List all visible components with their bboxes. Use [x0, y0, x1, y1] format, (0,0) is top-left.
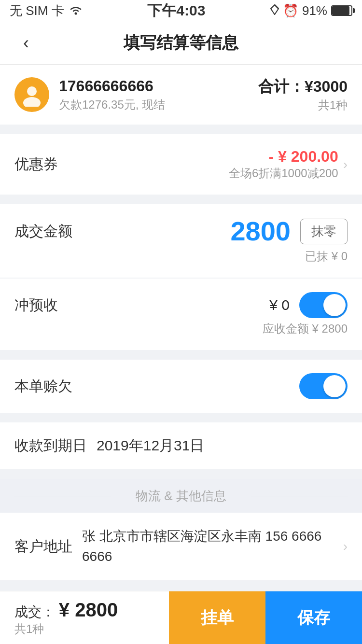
- customer-left: 17666666666 欠款1276.35元, 现结: [14, 77, 165, 112]
- coupon-label: 优惠券: [14, 154, 58, 174]
- svg-point-0: [74, 12, 77, 14]
- prepay-toggle[interactable]: [299, 292, 348, 318]
- receivable-text: 应收金额 ¥ 2800: [14, 321, 348, 336]
- status-right: ⏰ 91%: [270, 3, 352, 18]
- duedate-row: 收款到期日 2019年12月31日: [14, 436, 348, 456]
- address-section[interactable]: 客户地址 张 北京市市辖区海淀区永丰南 156 6666 6666 ›: [0, 513, 362, 580]
- transaction-label: 成交金额: [14, 222, 72, 241]
- divider-3: [0, 351, 362, 360]
- prepay-amount: ¥ 0: [269, 297, 290, 313]
- avatar: [14, 77, 49, 112]
- divider-1: [0, 126, 362, 134]
- debt-toggle[interactable]: [299, 373, 348, 399]
- debt-toggle-knob: [323, 375, 346, 397]
- avatar-icon: [20, 83, 44, 107]
- customer-total: 合计：¥3000 共1种: [258, 76, 348, 113]
- customer-phone: 17666666666: [59, 77, 165, 95]
- location-icon: [270, 3, 279, 18]
- bottom-bar: 成交： ¥ 2800 共1种 挂单 保存: [0, 591, 362, 644]
- transaction-amount: 2800: [230, 218, 291, 245]
- bottom-total-label: 成交：: [14, 604, 55, 619]
- bottom-total-amount: ¥ 2800: [59, 599, 118, 620]
- transaction-section: 成交金额 2800 抹零 已抹 ¥ 0: [0, 204, 362, 278]
- prepay-right: ¥ 0: [269, 292, 348, 318]
- status-time: 下午4:03: [147, 1, 205, 21]
- carrier-label: 无 SIM 卡: [10, 2, 64, 19]
- battery-icon: [331, 5, 352, 16]
- customer-section: 17666666666 欠款1276.35元, 现结 合计：¥3000 共1种: [0, 65, 362, 125]
- logistics-label: 物流 & 其他信息: [136, 488, 226, 504]
- page-title: 填写结算等信息: [124, 32, 238, 54]
- status-left: 无 SIM 卡: [10, 2, 83, 19]
- address-label: 客户地址: [14, 537, 72, 557]
- pending-button[interactable]: 挂单: [169, 591, 265, 644]
- duedate-section: 收款到期日 2019年12月31日: [0, 422, 362, 469]
- round-zero-button[interactable]: 抹零: [300, 219, 348, 244]
- coupon-section[interactable]: 优惠券 - ¥ 200.00 全场6折满1000减200 ›: [0, 134, 362, 195]
- divider-5: [0, 470, 362, 479]
- coupon-discount: - ¥ 200.00: [229, 148, 338, 166]
- coupon-description: 全场6折满1000减200: [229, 166, 338, 181]
- debt-section: 本单赊欠: [0, 360, 362, 413]
- battery-label: 91%: [302, 3, 327, 18]
- svg-point-2: [23, 97, 41, 107]
- address-value: 张 北京市市辖区海淀区永丰南 156 6666 6666: [82, 526, 343, 567]
- total-count: 共1种: [258, 98, 348, 113]
- total-amount: 合计：¥3000: [258, 76, 348, 98]
- chevron-right-icon: ›: [343, 157, 348, 172]
- prepay-section: 冲预收 ¥ 0 应收金额 ¥ 2800: [0, 279, 362, 350]
- coupon-right: - ¥ 200.00 全场6折满1000减200 ›: [229, 148, 348, 181]
- status-bar: 无 SIM 卡 下午4:03 ⏰ 91%: [0, 0, 362, 21]
- logistics-line-left: [14, 496, 111, 496]
- back-button[interactable]: ‹: [12, 28, 41, 57]
- transaction-right: 2800 抹零: [230, 218, 348, 245]
- duedate-label: 收款到期日: [14, 436, 87, 456]
- debt-label: 本单赊欠: [14, 377, 72, 396]
- duedate-value: 2019年12月31日: [97, 436, 204, 456]
- deducted-text: 已抹 ¥ 0: [14, 249, 348, 264]
- save-button[interactable]: 保存: [265, 591, 362, 644]
- wifi-icon: [69, 3, 83, 18]
- alarm-icon: ⏰: [283, 3, 298, 18]
- toggle-knob: [323, 294, 346, 316]
- bottom-summary: 成交： ¥ 2800 共1种: [0, 599, 169, 637]
- prepay-row: 冲预收 ¥ 0: [14, 292, 348, 318]
- transaction-row: 成交金额 2800 抹零: [14, 218, 348, 245]
- divider-4: [0, 414, 362, 422]
- nav-bar: ‹ 填写结算等信息: [0, 21, 362, 65]
- divider-2: [0, 196, 362, 204]
- prepay-label: 冲预收: [14, 295, 58, 315]
- address-chevron-icon: ›: [343, 539, 348, 554]
- logistics-divider: 物流 & 其他信息: [0, 479, 362, 513]
- bottom-count: 共1种: [14, 621, 154, 637]
- logistics-line-right: [251, 496, 348, 496]
- svg-point-1: [27, 86, 37, 96]
- bottom-summary-row: 成交： ¥ 2800: [14, 599, 154, 621]
- customer-debt: 欠款1276.35元, 现结: [59, 97, 165, 112]
- customer-info: 17666666666 欠款1276.35元, 现结: [59, 77, 165, 112]
